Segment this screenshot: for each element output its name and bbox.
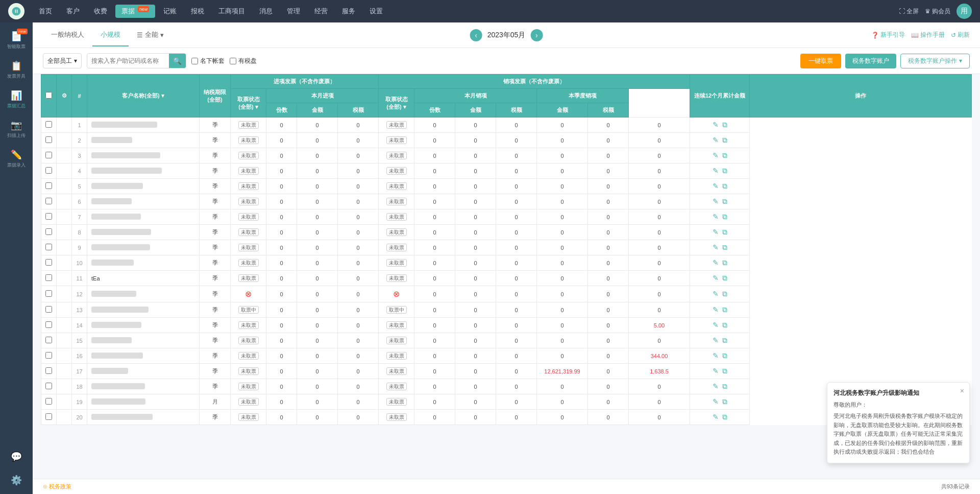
edit-icon[interactable]: ✎ [713,136,719,144]
copy-icon[interactable]: ⧉ [722,258,727,267]
copy-icon[interactable]: ⧉ [722,336,727,344]
copy-icon[interactable]: ⧉ [722,397,727,406]
sidebar-item-config[interactable]: ⚙️ [2,471,31,490]
sidebar-item-chat[interactable]: 💬 [2,447,31,466]
sidebar-item-ticket-summary[interactable]: 📊 票据汇总 [2,86,31,113]
edit-icon[interactable]: ✎ [713,274,719,282]
sidebar-item-invoice-open[interactable]: 📋 发票开具 [2,56,31,84]
edit-icon[interactable]: ✎ [713,243,719,251]
copy-icon[interactable]: ⧉ [722,274,727,282]
edit-icon[interactable]: ✎ [713,197,719,205]
refresh-btn[interactable]: ↺ 刷新 [951,31,970,39]
employee-select[interactable]: 全部员工 ▾ [43,53,82,68]
edit-icon[interactable]: ✎ [713,228,719,236]
edit-icon[interactable]: ✎ [713,367,719,375]
search-btn[interactable]: 🔍 [169,54,186,68]
tax-disk-checkbox[interactable] [230,58,236,64]
copy-icon[interactable]: ⧉ [722,290,727,298]
copy-icon[interactable]: ⧉ [722,136,727,144]
row-checkbox[interactable] [45,383,52,389]
digital-tax-btn[interactable]: 税务数字账户 [845,54,896,68]
copy-icon[interactable]: ⧉ [722,228,727,236]
nav-message[interactable]: 消息 [253,5,279,18]
subordinate-checkbox[interactable] [191,58,198,64]
copy-icon[interactable]: ⧉ [722,351,727,360]
copy-icon[interactable]: ⧉ [722,151,727,159]
edit-icon[interactable]: ✎ [713,382,719,390]
tax-disk-checkbox-label[interactable]: 有税盘 [230,57,257,65]
digital-tax-ops-btn[interactable]: 税务数字账户操作 ▾ [900,54,970,68]
th-tax-period[interactable]: 纳税期限(全部) [200,75,231,117]
copy-icon[interactable]: ⧉ [722,367,727,375]
edit-icon[interactable]: ✎ [713,121,719,129]
row-checkbox[interactable] [45,290,52,297]
nav-ticket[interactable]: 票据 new [115,5,155,18]
copy-icon[interactable]: ⧉ [722,167,727,175]
guide-btn[interactable]: ❓ 新手引导 [871,31,905,39]
th-client-name[interactable]: 客户名称(全部) ▾ [87,75,200,117]
sidebar-item-ticket-entry[interactable]: ✏️ 票据录入 [2,145,31,173]
edit-icon[interactable]: ✎ [713,321,719,329]
copy-icon[interactable]: ⧉ [722,197,727,205]
row-checkbox[interactable] [45,398,52,405]
sidebar-item-scan-upload[interactable]: 📷 扫描上传 [2,115,31,143]
select-all-checkbox[interactable] [45,92,52,99]
row-checkbox[interactable] [45,352,52,359]
copy-icon[interactable]: ⧉ [722,182,727,190]
row-checkbox[interactable] [45,306,52,313]
edit-icon[interactable]: ✎ [713,397,719,406]
nav-tax[interactable]: 报税 [185,5,210,18]
nav-business[interactable]: 工商项目 [212,5,251,18]
tab-general-taxpayer[interactable]: 一般纳税人 [43,24,92,46]
edit-icon[interactable]: ✎ [713,167,719,175]
edit-icon[interactable]: ✎ [713,336,719,344]
copy-icon[interactable]: ⧉ [722,321,727,329]
search-input[interactable] [87,54,169,68]
settings-icon[interactable]: ⚙ [62,92,67,99]
edit-icon[interactable]: ✎ [713,290,719,298]
nav-home[interactable]: 首页 [33,5,58,18]
row-checkbox[interactable] [45,167,52,174]
tab-small-scale[interactable]: 小规模 [92,24,129,46]
th-in-status[interactable]: 取票状态(全部) ▾ [231,89,266,117]
row-checkbox[interactable] [45,367,52,374]
member-btn[interactable]: ♛ 购会员 [925,7,950,16]
manual-btn[interactable]: 📖 操作手册 [911,31,945,39]
edit-icon[interactable]: ✎ [713,258,719,267]
row-checkbox[interactable] [45,152,52,158]
edit-icon[interactable]: ✎ [713,213,719,221]
popup-close-btn[interactable]: × [960,387,964,395]
fullscreen-btn[interactable]: ⛶ 全屏 [899,7,919,16]
user-avatar[interactable]: 用 [957,4,972,19]
nav-client[interactable]: 客户 [60,5,86,18]
nav-service[interactable]: 服务 [336,5,361,18]
copy-icon[interactable]: ⧉ [722,243,727,251]
row-checkbox[interactable] [45,213,52,220]
edit-icon[interactable]: ✎ [713,305,719,314]
edit-icon[interactable]: ✎ [713,413,719,421]
th-out-status[interactable]: 取票状态(全部) ▾ [379,89,414,117]
row-checkbox[interactable] [45,121,52,128]
sidebar-item-smart-ticket[interactable]: 📄 智能取票 new [2,27,31,54]
nav-accounting[interactable]: 记账 [157,5,183,18]
row-checkbox[interactable] [45,274,52,281]
edit-icon[interactable]: ✎ [713,351,719,360]
row-checkbox[interactable] [45,337,52,343]
tab-all[interactable]: ☰ 全能 ▾ [129,24,172,46]
nav-settings[interactable]: 设置 [363,5,389,18]
row-checkbox[interactable] [45,182,52,189]
copy-icon[interactable]: ⧉ [722,305,727,314]
nav-business2[interactable]: 经营 [308,5,334,18]
prev-month-btn[interactable]: ‹ [470,29,482,41]
nav-manage[interactable]: 管理 [281,5,306,18]
row-checkbox[interactable] [45,228,52,235]
copy-icon[interactable]: ⧉ [722,382,727,390]
row-checkbox[interactable] [45,136,52,143]
row-checkbox[interactable] [45,259,52,266]
edit-icon[interactable]: ✎ [713,182,719,190]
edit-icon[interactable]: ✎ [713,151,719,159]
tax-policy-link[interactable]: ⊙ 税务政策 [43,483,71,490]
copy-icon[interactable]: ⧉ [722,121,727,129]
subordinate-checkbox-label[interactable]: 名下帐套 [191,57,225,65]
copy-icon[interactable]: ⧉ [722,213,727,221]
